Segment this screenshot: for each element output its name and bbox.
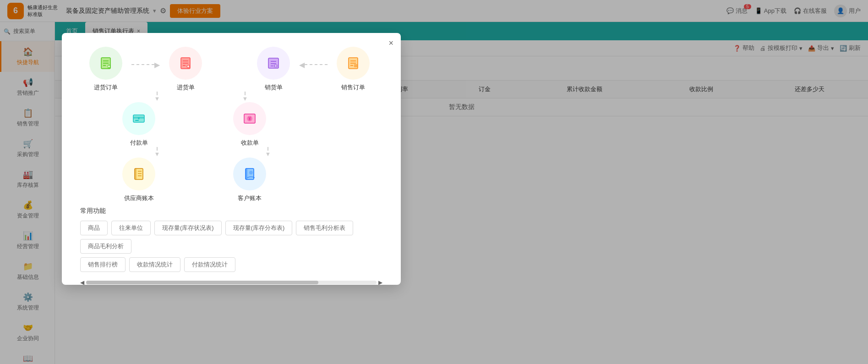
common-functions-section: 常用功能 商品 往来单位 现存量(库存状况表) 现存量(库存分布表) 销售毛利分… bbox=[80, 207, 382, 272]
customer-ledger-icon bbox=[233, 158, 266, 190]
func-btn-sales-rank[interactable]: 销售排行榜 bbox=[80, 257, 126, 272]
flow-node-purchase-order[interactable]: 进货订单 bbox=[89, 47, 122, 92]
receipt-icon: ¥ bbox=[233, 102, 266, 135]
function-buttons-container: 商品 往来单位 现存量(库存状况表) 现存量(库存分布表) 销售毛利分析表 商品… bbox=[80, 221, 382, 254]
svg-rect-25 bbox=[354, 64, 357, 67]
svg-point-40 bbox=[249, 171, 253, 174]
scroll-right-arrow[interactable]: ▶ bbox=[378, 279, 382, 285]
flow-row-4: ▼ ▼ bbox=[80, 147, 382, 158]
flow-row-3: ¥ 付款单 ¥ bbox=[80, 102, 382, 147]
sales-order-icon bbox=[337, 47, 370, 80]
flow-diagram: 进货订单 ▶ bbox=[80, 47, 382, 202]
scroll-thumb bbox=[86, 281, 318, 284]
flow-row-1: 进货订单 ▶ bbox=[80, 47, 382, 92]
modal-close-button[interactable]: × bbox=[388, 38, 393, 48]
func-btn-receipt-stat[interactable]: 收款情况统计 bbox=[129, 257, 180, 272]
func-btn-stock-dist[interactable]: 现存量(库存分布表) bbox=[225, 221, 293, 235]
func-btn-partner[interactable]: 往来单位 bbox=[111, 221, 151, 235]
sales-bill-icon bbox=[257, 47, 290, 80]
flow-node-sales-order[interactable]: 销售订单 bbox=[337, 47, 370, 92]
flow-node-payment[interactable]: ¥ 付款单 bbox=[122, 102, 155, 147]
supplier-ledger-icon bbox=[122, 158, 155, 190]
flow-row-2: ▼ ▼ bbox=[80, 92, 382, 102]
flow-node-customer-ledger[interactable]: 客户账本 bbox=[233, 158, 266, 202]
app-container: 6 畅康通好生意 标准版 装备及固定资产辅助管理系统 ▾ ⚙ 体验行业方案 💬 … bbox=[0, 0, 868, 364]
modal-overlay[interactable]: × bbox=[0, 0, 868, 364]
svg-rect-34 bbox=[135, 168, 136, 179]
common-functions-title: 常用功能 bbox=[80, 207, 382, 215]
scroll-track[interactable] bbox=[86, 281, 377, 284]
modal-scrollbar: ◀ ▶ bbox=[80, 279, 382, 285]
svg-text:¥: ¥ bbox=[138, 116, 140, 120]
purchase-order-icon bbox=[89, 47, 122, 80]
arrow-1: ▶ bbox=[131, 60, 160, 78]
func-btn-stock-status[interactable]: 现存量(库存状况表) bbox=[154, 221, 222, 235]
func-btn-sales-margin[interactable]: 销售毛利分析表 bbox=[296, 221, 353, 235]
arrow-2: ◀ bbox=[299, 60, 328, 78]
payment-icon: ¥ bbox=[122, 102, 155, 135]
flow-node-sales-bill[interactable]: 销货单 bbox=[257, 47, 290, 92]
scroll-left-arrow[interactable]: ◀ bbox=[80, 279, 84, 285]
func-btn-goods-margin[interactable]: 商品毛利分析 bbox=[80, 239, 131, 254]
flow-node-supplier-ledger[interactable]: 供应商账本 bbox=[122, 158, 155, 202]
func-btn-payment-stat[interactable]: 付款情况统计 bbox=[184, 257, 235, 272]
modal: × bbox=[62, 33, 401, 285]
svg-rect-39 bbox=[246, 168, 247, 179]
flow-node-receipt[interactable]: ¥ 收款单 bbox=[233, 102, 266, 147]
purchase-bill-icon bbox=[169, 47, 202, 80]
func-btn-goods[interactable]: 商品 bbox=[80, 221, 108, 235]
flow-node-purchase-bill[interactable]: 进货单 bbox=[169, 47, 202, 92]
svg-text:¥: ¥ bbox=[248, 116, 251, 121]
flow-row-5: 供应商账本 客户账 bbox=[80, 158, 382, 202]
function-buttons-row2: 销售排行榜 收款情况统计 付款情况统计 bbox=[80, 257, 382, 272]
